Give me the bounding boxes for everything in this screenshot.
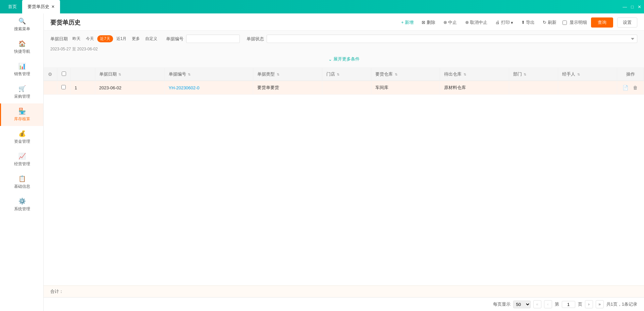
sidebar: 🔍 搜索菜单 🏠 快捷导航 📊 销售管理 🛒 采购管理 🏪 库存核算 💰 资金管…: [0, 13, 44, 311]
shortcut-more[interactable]: 更多: [130, 35, 142, 42]
tab-history[interactable]: 要货单历史 ✕: [22, 0, 60, 13]
column-settings-icon[interactable]: ⚙: [48, 72, 52, 77]
sidebar-sales-label: 销售管理: [14, 71, 30, 77]
row-department: [509, 81, 558, 95]
row-settings: [44, 81, 57, 95]
row-store: [322, 81, 371, 95]
doc-no-label: 单据编号: [166, 36, 183, 42]
window-controls: — □ ✕: [623, 4, 641, 9]
finance-icon: 💰: [18, 130, 26, 137]
page-title: 要货单历史: [50, 18, 80, 27]
prev-page-btn[interactable]: ‹: [544, 300, 552, 308]
shortcut-1month[interactable]: 近1月: [114, 35, 129, 42]
first-page-btn[interactable]: «: [533, 300, 541, 308]
th-store-label: 门店: [326, 72, 335, 77]
date-sort-icon[interactable]: ⇅: [118, 73, 121, 76]
display-detail-toggle[interactable]: 显示明细: [562, 19, 587, 26]
select-all-checkbox[interactable]: [62, 72, 66, 76]
sidebar-item-search[interactable]: 🔍 搜索菜单: [0, 13, 43, 36]
sidebar-system-label: 系统管理: [14, 206, 30, 212]
new-button[interactable]: + 新增: [399, 18, 416, 27]
th-handler: 经手人 ⇅: [558, 68, 617, 81]
handler-sort-icon[interactable]: ⇅: [577, 73, 580, 76]
sidebar-item-operations[interactable]: 📈 经营管理: [0, 148, 43, 171]
th-wait-warehouse-label: 待出仓库: [444, 72, 462, 77]
data-table: ⚙ 单据日期 ⇅ 单据编号 ⇅: [44, 68, 644, 95]
row-delete-btn[interactable]: 🗑: [631, 84, 639, 92]
row-edit-btn[interactable]: 📄: [621, 84, 629, 92]
dept-sort-icon[interactable]: ⇅: [524, 73, 526, 76]
tab-history-label: 要货单历史: [28, 4, 49, 10]
th-date: 单据日期 ⇅: [95, 68, 164, 81]
page-label: 第: [555, 301, 559, 307]
per-page-label: 每页显示: [493, 301, 511, 307]
req-warehouse-sort-icon[interactable]: ⇅: [395, 73, 397, 76]
settings-button[interactable]: 设置: [617, 17, 637, 28]
row-doc-no-link[interactable]: YH-20230602-0: [169, 85, 200, 90]
row-select-checkbox[interactable]: [61, 85, 66, 89]
last-page-btn[interactable]: »: [596, 300, 604, 308]
row-action-btns: 📄 🗑: [621, 84, 640, 92]
print-button[interactable]: 🖨 打印 ▾: [493, 18, 515, 27]
sidebar-item-sales[interactable]: 📊 销售管理: [0, 58, 43, 81]
store-sort-icon[interactable]: ⇅: [337, 73, 339, 76]
per-page-select[interactable]: 20 50 100: [513, 301, 531, 308]
shortcut-yesterday[interactable]: 昨天: [70, 35, 83, 42]
row-doc-no: YH-20230602-0: [164, 81, 253, 95]
doc-type-sort-icon[interactable]: ⇅: [277, 73, 279, 76]
shortcut-today[interactable]: 今天: [84, 35, 96, 42]
sidebar-item-purchase[interactable]: 🛒 采购管理: [0, 81, 43, 103]
delete-button[interactable]: ⊠ 删除: [420, 18, 437, 27]
doc-no-input[interactable]: [186, 35, 240, 43]
basic-info-icon: 📋: [18, 175, 26, 182]
date-filter-group: 单据日期 昨天 今天 近7天 近1月 更多 自定义: [50, 35, 159, 42]
stop-button[interactable]: ⊗ 中止: [441, 18, 459, 27]
refresh-button[interactable]: ↻ 刷新: [541, 18, 558, 27]
total-info: 共1页，1条记录: [606, 301, 637, 307]
display-detail-checkbox[interactable]: [562, 20, 567, 25]
cancel-stop-button[interactable]: ⊗ 取消中止: [463, 18, 490, 27]
table-container: ⚙ 单据日期 ⇅ 单据编号 ⇅: [44, 68, 644, 285]
sidebar-item-inventory[interactable]: 🏪 库存核算: [0, 103, 43, 126]
sidebar-item-basic-info[interactable]: 📋 基础信息: [0, 171, 43, 193]
header-actions: + 新增 ⊠ 删除 ⊗ 中止 ⊗ 取消中止 🖨 打印 ▾ ⬆ 导出 ↻ 刷新 显…: [399, 17, 637, 28]
query-button[interactable]: 查询: [591, 17, 613, 28]
tab-history-close[interactable]: ✕: [51, 4, 55, 9]
th-handler-label: 经手人: [562, 72, 575, 77]
row-handler: [558, 81, 617, 95]
page-input[interactable]: [562, 301, 575, 308]
shortcut-7days[interactable]: 近7天: [97, 35, 113, 42]
sidebar-item-finance[interactable]: 💰 资金管理: [0, 126, 43, 148]
row-index: 1: [70, 81, 95, 95]
doc-no-sort-icon[interactable]: ⇅: [188, 73, 191, 76]
th-req-warehouse-label: 要货仓库: [375, 72, 393, 77]
purchase-icon: 🛒: [18, 85, 26, 92]
th-actions-label: 操作: [626, 72, 635, 77]
table-header-row: ⚙ 单据日期 ⇅ 单据编号 ⇅: [44, 68, 644, 81]
top-bar: 首页 要货单历史 ✕ — □ ✕: [0, 0, 644, 13]
sidebar-item-nav[interactable]: 🏠 快捷导航: [0, 36, 43, 58]
row-req-warehouse: 车间库: [371, 81, 440, 95]
expand-filter-btn[interactable]: ⌄ 展开更多条件: [50, 55, 637, 63]
next-page-btn[interactable]: ›: [585, 300, 593, 308]
export-button[interactable]: ⬆ 导出: [519, 18, 537, 27]
th-doc-no: 单据编号 ⇅: [164, 68, 253, 81]
th-index: [70, 68, 95, 81]
sidebar-item-system[interactable]: ⚙️ 系统管理: [0, 193, 43, 216]
status-filter-group: 单据状态: [247, 35, 637, 43]
main-layout: 🔍 搜索菜单 🏠 快捷导航 📊 销售管理 🛒 采购管理 🏪 库存核算 💰 资金管…: [0, 13, 644, 311]
th-store: 门店 ⇅: [322, 68, 371, 81]
sidebar-search-label: 搜索菜单: [14, 26, 30, 32]
status-select[interactable]: [267, 35, 637, 43]
th-req-warehouse: 要货仓库 ⇅: [371, 68, 440, 81]
shortcut-custom[interactable]: 自定义: [143, 35, 159, 42]
maximize-btn[interactable]: □: [631, 4, 634, 9]
total-label: 合计：: [50, 288, 63, 295]
tab-home[interactable]: 首页: [3, 0, 22, 13]
close-btn[interactable]: ✕: [638, 4, 641, 9]
status-label: 单据状态: [247, 36, 264, 42]
th-doc-no-label: 单据编号: [169, 72, 186, 77]
print-dropdown-icon[interactable]: ▾: [511, 20, 513, 25]
minimize-btn[interactable]: —: [623, 4, 627, 9]
wait-warehouse-sort-icon[interactable]: ⇅: [464, 73, 466, 76]
